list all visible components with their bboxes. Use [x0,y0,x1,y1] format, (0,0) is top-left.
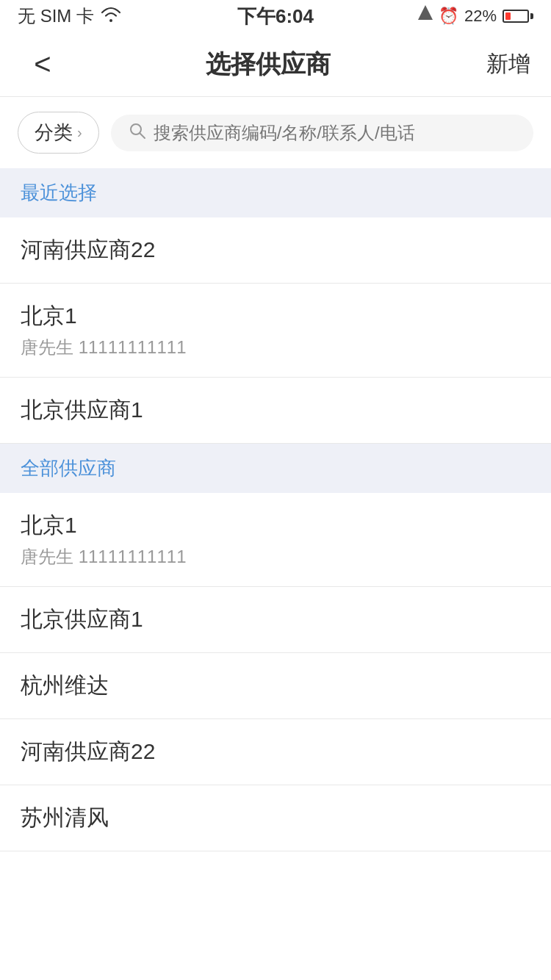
item-sub: 唐先生 11111111111 [21,545,530,569]
item-name: 河南供应商22 [21,235,530,265]
location-icon [418,5,433,27]
item-name: 北京1 [21,301,530,331]
wifi-icon [100,6,122,26]
item-name: 杭州维达 [21,671,530,701]
list-item[interactable]: 北京1唐先生 11111111111 [0,493,551,587]
all-section-header: 全部供应商 [0,444,551,493]
list-item[interactable]: 河南供应商22 [0,217,551,284]
list-item[interactable]: 苏州清风 [0,785,551,851]
status-bar: 无 SIM 卡 下午6:04 ⏰ 22% [0,0,551,32]
status-right-group: ⏰ 22% [418,5,533,27]
item-name: 苏州清风 [21,803,530,833]
list-item[interactable]: 北京供应商1 [0,587,551,653]
item-name: 河南供应商22 [21,737,530,767]
search-icon [129,122,146,144]
svg-line-1 [140,133,145,138]
alarm-icon: ⏰ [439,7,458,26]
carrier-text: 无 SIM 卡 [18,4,94,28]
battery-icon [503,10,533,23]
item-name: 北京供应商1 [21,605,530,635]
search-wrapper [111,115,533,151]
category-label: 分类 [35,120,73,145]
recent-list: 河南供应商22北京1唐先生 11111111111北京供应商1 [0,217,551,444]
page-title: 选择供应商 [65,48,472,82]
back-button[interactable]: < [21,48,65,81]
filter-bar: 分类 › [0,97,551,168]
add-button[interactable]: 新增 [472,49,530,79]
list-item[interactable]: 杭州维达 [0,653,551,719]
search-input[interactable] [154,123,516,143]
status-carrier: 无 SIM 卡 [18,4,122,28]
list-item[interactable]: 北京1唐先生 11111111111 [0,284,551,378]
recent-section-header: 最近选择 [0,168,551,217]
all-section-label: 全部供应商 [21,457,116,479]
all-list: 北京1唐先生 11111111111北京供应商1杭州维达河南供应商22苏州清风 [0,493,551,851]
nav-bar: < 选择供应商 新增 [0,32,551,97]
chevron-right-icon: › [77,124,82,141]
item-sub: 唐先生 11111111111 [21,336,530,359]
recent-section-label: 最近选择 [21,181,97,203]
battery-percent: 22% [464,7,497,26]
category-button[interactable]: 分类 › [18,112,99,154]
status-time: 下午6:04 [237,4,314,29]
item-name: 北京供应商1 [21,395,530,425]
list-item[interactable]: 北京供应商1 [0,378,551,444]
item-name: 北京1 [21,511,530,541]
list-item[interactable]: 河南供应商22 [0,719,551,785]
